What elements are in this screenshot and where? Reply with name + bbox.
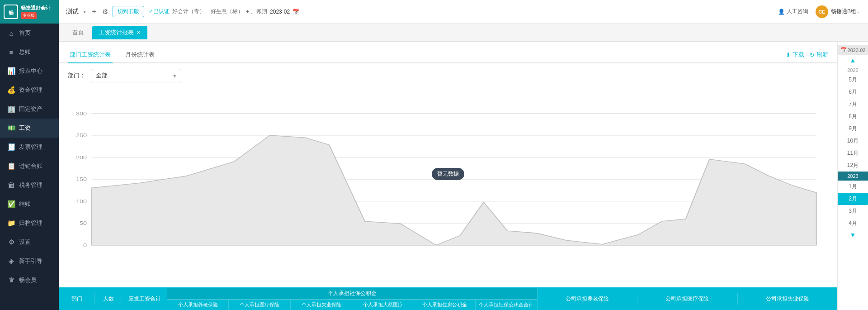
col-people: 人数 [95,293,122,305]
svg-text:250: 250 [76,133,87,138]
col-personal-total: 个人承担社保公积金合计 [476,300,537,310]
sidebar-label-archive: 归档管理 [19,219,42,227]
date-item-apr-2023[interactable]: 4月 [838,217,868,229]
logo-icon: 畅 [4,5,18,19]
good-accounting-status: 好会计（专） [172,8,205,15]
svg-text:300: 300 [76,110,87,116]
sidebar: 畅 畅捷通好会计 专业版 ⌂ 首页 ≡ 总账 📊 报表中心 💰 资金管理 🏢 固… [0,0,59,310]
archive-icon: 📁 [7,219,15,227]
date-item-jan-2023[interactable]: 1月 [838,181,868,193]
date-item-may-2022[interactable]: 5月 [838,74,868,86]
add-button[interactable]: ＋ [90,7,98,16]
calendar-small-icon: 📅 [840,47,847,53]
help-button[interactable]: 👤 人工咨询 [778,8,808,15]
guide-icon: ◈ [7,257,15,265]
sub-tab-dept-label: 部门工资统计表 [70,51,111,58]
svg-text:150: 150 [76,176,87,182]
sidebar-item-archive[interactable]: 📁 归档管理 [0,214,59,233]
logo-title: 畅捷通好会计 [21,5,51,11]
sidebar-item-reports[interactable]: 📊 报表中心 [0,62,59,81]
sub-tab-bar: 部门工资统计表 月份统计表 ⬇ 下载 ↻ 刷新 [59,42,837,63]
sub-tab-monthly[interactable]: 月份统计表 [123,47,156,63]
date-nav-down-button[interactable]: ▼ [838,229,868,240]
sidebar-label-invoice: 发票管理 [19,143,42,151]
tab-home[interactable]: 首页 [66,26,90,39]
avatar: CE [816,5,828,18]
sidebar-label-member: 畅会员 [19,276,37,284]
sub-tab-monthly-label: 月份统计表 [125,51,155,58]
main-area: 测试 ▾ ＋ ⚙ 切到旧版 ✓已认证 好会计（专） +好生意（标） +... 账… [59,0,868,310]
col-personal-housing-fund: 个人承担住房公积金 [414,300,476,310]
date-item-dec-2022[interactable]: 12月 [838,159,868,172]
dept-dropdown-arrow: ▾ [173,72,176,79]
refresh-label: 刷新 [816,51,828,59]
tab-bar: 首页 工资统计报表 ✕ [59,24,868,42]
sidebar-item-settle[interactable]: ✅ 结账 [0,195,59,214]
svg-text:200: 200 [76,154,87,160]
period-label: 账期 [256,8,267,15]
table-header: 部门 人数 应发工资合计 个人承担社保公积金 个人承担养老保险 个人承担医疗保险… [59,287,837,310]
download-button[interactable]: ⬇ 下载 [786,51,804,59]
sidebar-item-home[interactable]: ⌂ 首页 [0,24,59,43]
col-personal-medical: 个人承担医疗保险 [229,300,290,310]
sidebar-item-member[interactable]: ♛ 畅会员 [0,271,59,290]
date-item-nov-2022[interactable]: 11月 [838,147,868,159]
year-2022-label: 2022 [847,66,858,74]
filter-row: 部门： 全部 ▾ [59,63,837,88]
date-item-jul-2022[interactable]: 7月 [838,98,868,110]
calendar-icon[interactable]: 📅 [292,9,299,15]
date-nav-up-button[interactable]: ▲ [838,55,868,66]
sidebar-item-funds[interactable]: 💰 资金管理 [0,81,59,100]
sidebar-item-salary[interactable]: 💵 工资 [0,119,59,138]
logo-badge: 专业版 [21,12,37,19]
date-item-sep-2022[interactable]: 9月 [838,123,868,135]
settings-icon: ⚙ [7,238,15,246]
topbar: 测试 ▾ ＋ ⚙ 切到旧版 ✓已认证 好会计（专） +好生意（标） +... 账… [59,0,868,24]
more-status: +... [246,9,254,15]
sidebar-label-guide: 新手引导 [19,257,42,265]
download-label: 下载 [793,51,804,59]
tax-icon: 🏛 [7,181,15,189]
ledger-icon: ≡ [7,48,15,56]
date-item-mar-2023[interactable]: 3月 [838,205,868,217]
col-total-salary: 应发工资合计 [122,293,167,305]
tab-close-icon[interactable]: ✕ [137,29,141,36]
chart-area: 0 50 100 150 200 250 300 暂无数据 [59,88,837,287]
sidebar-logo: 畅 畅捷通好会计 专业版 [0,0,59,24]
toolbar-actions: ⬇ 下载 ↻ 刷新 [786,51,828,59]
tab-salary-report[interactable]: 工资统计报表 ✕ [92,26,147,39]
date-item-feb-2023[interactable]: 2月 [838,193,868,205]
sidebar-item-settings[interactable]: ⚙ 设置 [0,233,59,252]
tab-salary-report-label: 工资统计报表 [99,29,134,37]
home-icon: ⌂ [7,29,15,37]
col-company-pension: 公司承担养老保险 [538,293,637,305]
dept-filter-label: 部门： [68,72,85,80]
company-name: 测试 [66,8,79,16]
date-item-jun-2022[interactable]: 6月 [838,86,868,98]
sidebar-item-sales[interactable]: 📋 进销台账 [0,157,59,176]
sidebar-label-salary: 工资 [19,124,31,132]
user-menu[interactable]: CE 畅捷通B组... [816,5,861,18]
sidebar-label-settle: 结账 [19,200,31,208]
gear-button[interactable]: ⚙ [102,8,108,16]
company-dropdown-arrow[interactable]: ▾ [83,9,86,15]
sidebar-item-assets[interactable]: 🏢 固定资产 [0,100,59,119]
sales-icon: 📋 [7,162,15,170]
sidebar-label-funds: 资金管理 [19,86,42,94]
topbar-right: 👤 人工咨询 CE 畅捷通B组... [778,5,861,18]
sub-tab-dept[interactable]: 部门工资统计表 [68,47,113,63]
date-item-oct-2022[interactable]: 10月 [838,135,868,147]
period-value: 2023-02 [270,9,290,15]
sidebar-item-invoice[interactable]: 🧾 发票管理 [0,138,59,157]
sidebar-item-guide[interactable]: ◈ 新手引导 [0,252,59,271]
refresh-button[interactable]: ↻ 刷新 [810,51,828,59]
sidebar-item-tax[interactable]: 🏛 税务管理 [0,176,59,195]
date-panel: 📅 2023.02 ▲ 2022 5月 6月 7月 8月 9月 10月 11月 … [837,42,868,310]
dept-select[interactable]: 全部 ▾ [91,69,181,82]
col-company-medical: 公司承担医疗保险 [637,293,737,305]
invoice-icon: 🧾 [7,143,15,151]
switch-to-old-button[interactable]: 切到旧版 [113,6,144,17]
sidebar-item-ledger[interactable]: ≡ 总账 [0,43,59,62]
date-item-aug-2022[interactable]: 8月 [838,110,868,123]
dept-select-value: 全部 [96,72,108,80]
